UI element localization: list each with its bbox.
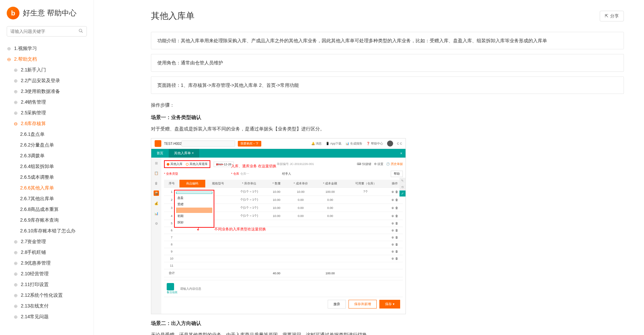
nav-2-13[interactable]: ⊕2.13在线支付 (7, 301, 87, 312)
ss-avatar-icon (387, 141, 393, 147)
memo-icon (167, 283, 174, 290)
ss-app: 📱 App下载 (326, 142, 341, 146)
ss-annotation-2: 不同业务的入库类型在这里切换 (214, 227, 266, 232)
nav-label: 2.6.2分量盘点单 (20, 142, 54, 148)
share-button[interactable]: ⇱ 分享 (600, 11, 624, 21)
steps-label: 操作步骤： (151, 102, 624, 108)
nav-2-11[interactable]: ⊕2.11打印设置 (7, 279, 87, 290)
plus-icon: ⊕ (13, 272, 18, 276)
info-role: 使用角色：通常由仓管人员维护 (151, 54, 624, 71)
btn-abandon: 放弃 (328, 300, 346, 309)
arrow-icon: ⟵ (216, 161, 224, 167)
nav-2-9[interactable]: ⊕2.9优惠券管理 (7, 258, 87, 269)
ss-link: ⌨ 快捷键 (357, 162, 371, 166)
nav-2-14[interactable]: ⊕2.14常见问题 (7, 312, 87, 322)
ss-nav-icon: ⊞ (154, 160, 159, 166)
memo-input (180, 287, 400, 290)
minus-icon: ⊖ (13, 121, 18, 126)
nav-2-6-3[interactable]: 2.6.3调拨单 (7, 151, 87, 161)
nav-2-6-9[interactable]: 2.6.9库存账本查询 (7, 215, 87, 226)
share-icon: ⇱ (605, 13, 608, 18)
nav-label: 2.10经营管理 (21, 271, 49, 277)
nav-label: 2.6.8商品成本重算 (20, 207, 59, 213)
plus-icon: ⊕ (13, 261, 18, 266)
search-icon[interactable] (78, 29, 83, 34)
screenshot-image: TEST-H002 我要购买～下 🔔 消息 📱 App下载 📊 生成报告 ❓ 帮… (151, 138, 406, 314)
nav-label: 2.5采购管理 (21, 110, 46, 116)
nav-2-6-1[interactable]: 2.6.1盘点单 (7, 129, 87, 140)
btn-save-add: 保存并新增 (348, 300, 377, 309)
table-row: 7⊕ 🗑 (164, 234, 403, 241)
th-code: 商品编码 (179, 180, 205, 188)
ss-nav-icon: 📋 (154, 170, 159, 176)
nav-2-6-7[interactable]: 2.6.7其他出库单 (7, 193, 87, 204)
plus-icon: ⊕ (13, 111, 18, 115)
scene2-title: 场景二：出入方向确认 (151, 320, 624, 327)
nav-2-3[interactable]: ⊕2.3使用前数据准备 (7, 86, 87, 97)
path-label: 页面路径： (157, 82, 181, 88)
nav-2-6[interactable]: ⊖2.6库存核算 (7, 118, 87, 129)
ss-right-toolstrip: ✎ ⟲ ⤢ (399, 178, 406, 197)
ss-logo-icon (155, 140, 161, 147)
ss-content: 其他入库 其他入库退库 ⟵ 2019-12-26 入库、退库业务 在这里切换 单… (161, 158, 406, 314)
nav-2-10[interactable]: ⊕2.10经营管理 (7, 269, 87, 279)
ss-top-links: ⌨ 快捷键 ⚙ 设置 🕐 历史单据 (357, 162, 403, 166)
plus-icon: ⊕ (13, 315, 18, 319)
btn-save: 保存 ▾ (379, 300, 400, 309)
ss-help: ❓ 帮助中心 (366, 142, 383, 146)
ss-header-row: 其他入库 其他入库退库 ⟵ 2019-12-26 入库、退库业务 在这里切换 单… (164, 160, 403, 168)
nav-video[interactable]: ⊕1.视频学习 (7, 43, 87, 54)
memo-label: 备注信息 (167, 290, 177, 294)
ss-link: 🕐 历史单据 (386, 162, 403, 166)
plus-icon: ⊕ (13, 293, 18, 298)
nav-2-6-6[interactable]: 2.6.6其他入库单 (7, 183, 87, 193)
nav-2-6-5[interactable]: 2.6.5成本调整单 (7, 172, 87, 183)
ss-radio-return: 其他入库退库 (186, 162, 208, 166)
th-amount: * 成本金额 (315, 180, 345, 188)
nav-label: 2.6.3调拨单 (20, 153, 45, 159)
nav-label: 2.6.7其他出库单 (20, 196, 54, 202)
logo[interactable]: b 好生意 帮助中心 (7, 7, 87, 19)
nav-label: 2.3使用前数据准备 (21, 89, 60, 95)
content-block: 操作步骤： 场景一：业务类型确认 对于受赠、盘盈或是拆装入库等不同的业务，是通过… (151, 102, 624, 335)
plus-icon: ⊕ (13, 78, 18, 83)
scene2-text1: 无论是受赠，还是其他类型的业务，由于入库商品质量等原因，需要退回，这时可通过单据… (151, 331, 624, 335)
nav-label: 2.帮助文档 (14, 56, 37, 62)
ss-left-nav: ⊞ 📋 🗑 📦 💰 📊 ⚙ (151, 158, 161, 314)
ss-tool-icon: ✎ (399, 178, 406, 184)
ss-filter-row: * 业务类型 * 仓库 仓库一 经手人 帮助 (164, 171, 403, 177)
ss-biztype-label: * 业务类型 (164, 172, 178, 175)
nav-2-8[interactable]: ⊕2.8手机旺铺 (7, 247, 87, 258)
nav-2-5[interactable]: ⊕2.5采购管理 (7, 108, 87, 118)
ss-annotation-1: 入库、退库业务 在这里切换 (231, 164, 276, 169)
ss-dd-item: 受赠 (176, 201, 212, 208)
scene1-text: 对于受赠、盘盈或是拆装入库等不同的业务，是通过单据头【业务类型】进行区分。 (151, 125, 624, 133)
nav-docs[interactable]: ⊖2.帮助文档 (7, 54, 87, 65)
logo-icon: b (7, 7, 19, 19)
ss-nav-icon: 🗑 (154, 180, 159, 186)
nav-2-7[interactable]: ⊕2.7资金管理 (7, 236, 87, 247)
ss-topbar: TEST-H002 我要购买～下 🔔 消息 📱 App下载 📊 生成报告 ❓ 帮… (151, 138, 406, 149)
radio-dot-icon (167, 163, 169, 166)
nav-2-12[interactable]: ⊕2.12系统个性化设置 (7, 290, 87, 301)
ss-tool-icon: ⤢ (399, 190, 406, 197)
ss-tab-other: 其他入库单 × (169, 149, 199, 158)
nav-label: 2.11打印设置 (21, 282, 49, 288)
th-price: * 成本单价 (286, 180, 316, 188)
nav-label: 2.14常见问题 (21, 314, 49, 320)
nav-2-6-10[interactable]: 2.6.10库存账本错了怎么办 (7, 226, 87, 236)
nav-2-1[interactable]: ⊕2.1新手入门 (7, 65, 87, 75)
svg-line-1 (82, 32, 83, 33)
search-input[interactable] (10, 29, 78, 34)
nav-label: 2.6.10库存账本错了怎么办 (20, 228, 75, 234)
nav-2-6-2[interactable]: 2.6.2分量盘点单 (7, 140, 87, 151)
table-row: 11 (164, 262, 403, 269)
search-box[interactable] (7, 26, 87, 37)
ss-dropdown: 盘盈 受赠 初期 拆卸 (174, 190, 214, 228)
nav-2-6-4[interactable]: 2.6.4组装拆卸单 (7, 161, 87, 172)
nav-2-2[interactable]: ⊕2.2产品安装及登录 (7, 75, 87, 86)
ss-env-label: TEST-H002 (164, 142, 181, 146)
nav-2-4[interactable]: ⊕2.4销售管理 (7, 97, 87, 108)
nav-2-6-8[interactable]: 2.6.8商品成本重算 (7, 204, 87, 215)
plus-icon: ⊕ (13, 68, 18, 72)
